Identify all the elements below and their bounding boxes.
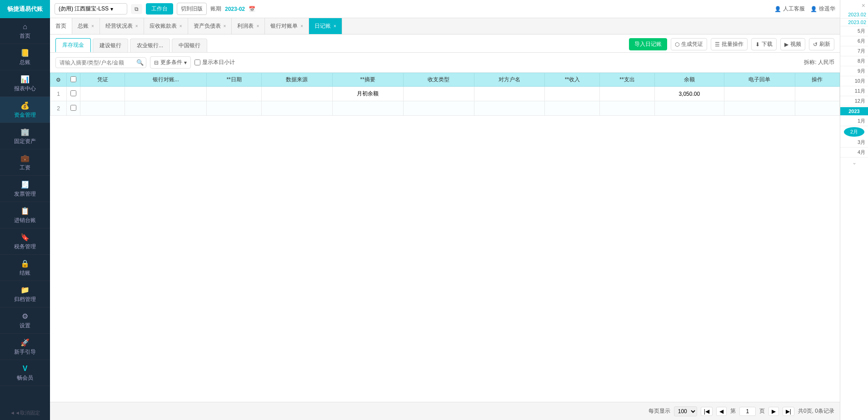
sidebar-item-ledger[interactable]: 📒 总账	[0, 44, 50, 70]
col-income: **收入	[545, 73, 600, 87]
close-date-panel-btn[interactable]: ×	[840, 0, 868, 11]
chevron-down-icon: ▾	[184, 59, 187, 66]
date-panel-period-2: 2023.02	[840, 19, 868, 26]
import-journal-btn[interactable]: 导入日记账	[629, 38, 667, 50]
prev-page-btn[interactable]: ◀	[716, 407, 727, 416]
tab-receivables[interactable]: 应收账款表 ×	[144, 18, 188, 35]
sidebar-item-archive[interactable]: 📁 归档管理	[0, 281, 50, 307]
tab-close-receivables[interactable]: ×	[180, 24, 182, 29]
col-settings[interactable]: ⚙	[50, 73, 67, 87]
bank-tab-ccb[interactable]: 建设银行	[93, 39, 128, 52]
more-conditions-btn[interactable]: ⊟ 更多条件 ▾	[150, 56, 191, 69]
table-row: 1 月初余额 3,050.00	[50, 87, 840, 101]
month-item-6[interactable]: 6月	[840, 36, 868, 46]
old-version-btn[interactable]: 切到旧版	[177, 3, 207, 15]
tab-home[interactable]: 首页	[50, 18, 72, 35]
month-item-3[interactable]: 3月	[840, 138, 868, 148]
bank-tab-boc[interactable]: 中国银行	[172, 39, 207, 52]
sidebar-item-label: 税务管理	[14, 243, 36, 251]
video-icon: ▶	[784, 41, 788, 48]
generate-voucher-btn[interactable]: ⬡ 生成凭证	[671, 38, 707, 50]
workspace-btn[interactable]: 工作台	[146, 3, 173, 15]
row-checkbox-2[interactable]	[67, 101, 80, 116]
sidebar-unpin-btn[interactable]: ◄◄取消固定	[0, 406, 50, 420]
month-item-11[interactable]: 11月	[840, 86, 868, 96]
refresh-btn[interactable]: ↺ 刷新	[809, 38, 834, 50]
tab-balance-sheet[interactable]: 资产负债表 ×	[188, 18, 232, 35]
sidebar-item-fixed-assets[interactable]: 🏢 固定资产	[0, 123, 50, 149]
user-profile[interactable]: 👤 徐遥华	[810, 5, 835, 13]
topbar-right: 👤 人工客服 👤 徐遥华	[774, 5, 835, 13]
col-date: **日期	[207, 73, 262, 87]
row-num-2: 2	[50, 101, 67, 116]
month-item-5[interactable]: 5月	[840, 26, 868, 36]
month-item-2-active[interactable]: 2月	[844, 127, 864, 137]
tab-journal[interactable]: 日记账 ×	[309, 18, 342, 35]
download-icon: ⬇	[755, 41, 760, 48]
calendar-icon[interactable]: 📅	[249, 6, 255, 12]
tab-ledger[interactable]: 总账 ×	[72, 18, 100, 35]
month-item-10[interactable]: 10月	[840, 76, 868, 86]
tab-close-bank[interactable]: ×	[300, 24, 303, 29]
search-input[interactable]	[55, 57, 146, 68]
sidebar-item-label: 结账	[20, 269, 30, 277]
sidebar-item-purchase-sales[interactable]: 📋 进销台账	[0, 202, 50, 228]
row-checkbox-1[interactable]	[67, 87, 80, 101]
first-page-btn[interactable]: |◀	[701, 407, 713, 416]
bank-tab-cash[interactable]: 库存现金	[55, 38, 91, 52]
tab-profit[interactable]: 利润表 ×	[232, 18, 265, 35]
sidebar-item-settings[interactable]: ⚙ 设置	[0, 307, 50, 334]
customer-service[interactable]: 👤 人工客服	[774, 5, 805, 13]
col-summary: **摘要	[332, 73, 403, 87]
month-item-9[interactable]: 9月	[840, 66, 868, 76]
show-daily-total-checkbox[interactable]	[195, 59, 200, 65]
bank-tab-abc[interactable]: 农业银行...	[130, 39, 170, 52]
copy-btn[interactable]: ⧉	[131, 4, 142, 14]
chevron-down-icon: ▾	[110, 6, 113, 12]
month-item-1[interactable]: 1月	[840, 116, 868, 126]
tab-close-journal[interactable]: ×	[334, 24, 336, 29]
company-selector[interactable]: (勿用) 江西腿宝-LSS ▾	[55, 3, 127, 15]
ledger-icon: 📒	[20, 49, 30, 57]
sidebar-item-member[interactable]: V 畅会员	[0, 360, 50, 386]
month-item-12[interactable]: 12月	[840, 96, 868, 106]
sidebar-item-salary[interactable]: 💼 工资	[0, 149, 50, 176]
tab-close-balance-sheet[interactable]: ×	[224, 24, 226, 29]
table-body: 1 月初余额 3,050.00	[50, 87, 840, 116]
month-item-8[interactable]: 8月	[840, 56, 868, 66]
sidebar-item-guide[interactable]: 🚀 新手引导	[0, 334, 50, 360]
batch-op-btn[interactable]: ☰ 批量操作	[711, 38, 748, 50]
sidebar-item-invoice[interactable]: 🧾 发票管理	[0, 176, 50, 202]
video-btn[interactable]: ▶ 视频	[780, 38, 805, 50]
page-input[interactable]	[739, 407, 756, 416]
sidebar-item-label: 归档管理	[14, 296, 36, 303]
select-all-checkbox[interactable]	[70, 76, 76, 82]
tab-close-profit[interactable]: ×	[256, 24, 259, 29]
row-income-1	[545, 87, 600, 101]
tab-bank-statement[interactable]: 银行对账单 ×	[265, 18, 309, 35]
month-item-7[interactable]: 7月	[840, 46, 868, 56]
last-page-btn[interactable]: ▶|	[783, 407, 794, 416]
scroll-down-arrow[interactable]: ⌄	[840, 158, 868, 168]
footer-bar: 每页显示 100 50 200 |◀ ◀ 第 页 ▶ ▶| 共0页, 0条记录	[50, 402, 840, 420]
download-btn[interactable]: ⬇ 下载	[751, 38, 777, 50]
sidebar-item-home[interactable]: ⌂ 首页	[0, 18, 50, 44]
sidebar-item-capital[interactable]: 💰 资金管理	[0, 97, 50, 123]
tab-close-ledger[interactable]: ×	[91, 24, 94, 29]
next-page-btn[interactable]: ▶	[768, 407, 779, 416]
col-expense: **支出	[600, 73, 655, 87]
sidebar-item-tax[interactable]: 🔖 税务管理	[0, 228, 50, 255]
page-unit: 页	[759, 407, 765, 415]
sidebar-item-label: 设置	[20, 322, 30, 330]
month-item-4[interactable]: 4月	[840, 148, 868, 158]
sidebar-item-reports[interactable]: 📊 报表中心	[0, 70, 50, 97]
tab-business[interactable]: 经营状况表 ×	[100, 18, 144, 35]
show-daily-total-label[interactable]: 显示本日小计	[195, 59, 235, 66]
tax-icon: 🔖	[20, 233, 30, 242]
tab-close-business[interactable]: ×	[135, 24, 138, 29]
per-page-select[interactable]: 100 50 200	[674, 406, 697, 416]
reports-icon: 📊	[20, 75, 30, 84]
sidebar-item-closing[interactable]: 🔒 结账	[0, 255, 50, 281]
page-label: 第	[730, 407, 736, 415]
col-checkbox[interactable]	[67, 73, 80, 87]
